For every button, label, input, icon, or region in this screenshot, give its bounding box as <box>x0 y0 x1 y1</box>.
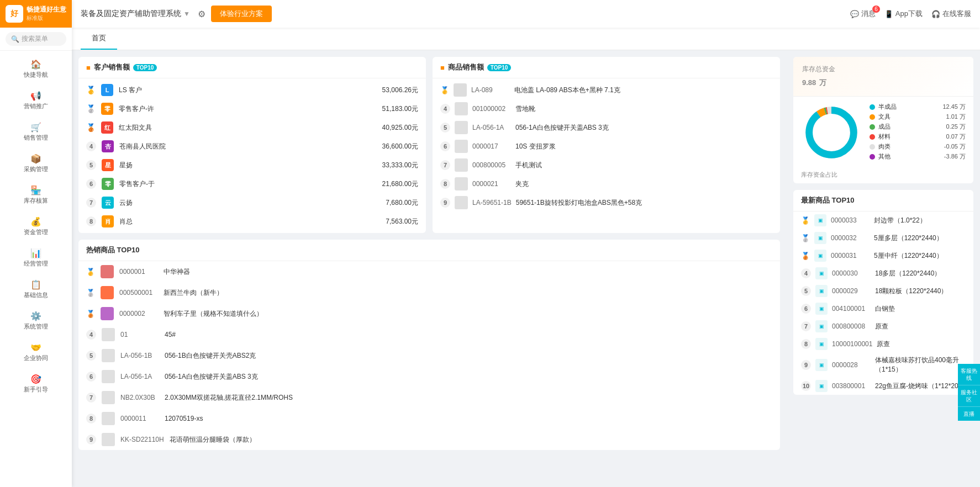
avatar: L <box>101 84 113 96</box>
rank-number: 6 <box>86 179 96 189</box>
customer-badge: TOP10 <box>133 64 157 71</box>
inventory-header: 库存总资金 9.88 万 <box>793 57 973 97</box>
product-name: 5厘中纤（1220*2440） <box>874 251 966 261</box>
home-icon: 🏠 <box>30 59 41 70</box>
rank-number: 7 <box>86 198 96 208</box>
legend-value: -0.05 万 <box>944 142 966 151</box>
hot-products-title: 热销商品 TOP10 <box>86 245 140 255</box>
rank-number: 8 <box>86 414 96 424</box>
rank-number: 6 <box>801 304 811 314</box>
legend-item: 半成品 12.45 万 <box>870 103 966 111</box>
customer-ranking-label: 客户销售额 <box>94 62 130 72</box>
product-code: 004100001 <box>832 305 871 313</box>
sidebar-item-inventory[interactable]: 🏪 库存核算 <box>3 179 69 210</box>
product-code: 0000033 <box>831 216 870 224</box>
table-row: 🥉 ▣ 0000031 5厘中纤（1220*2440） <box>793 247 973 264</box>
tab-home[interactable]: 首页 <box>81 28 117 50</box>
table-row: 4 01 45# <box>78 324 780 345</box>
legend-name: 材料 <box>878 133 943 141</box>
product-code: 0000002 <box>119 310 158 317</box>
product-code: LA-056-1B <box>120 352 159 359</box>
page-tabs: 首页 <box>72 28 980 50</box>
product-name: 2.0X30MM双搓花轴,搓花直径2.1MM/ROHS <box>165 393 772 403</box>
legend-item: 材料 0.07 万 <box>870 133 966 141</box>
search-menu-btn[interactable]: 🔍 搜索菜单 <box>6 32 66 46</box>
product-code: 0000017 <box>472 142 511 150</box>
sidebar-item-home[interactable]: 🏠 快捷导航 <box>3 54 69 84</box>
legend-value: 1.01 万 <box>946 113 966 121</box>
legend-value: -3.86 万 <box>944 152 966 161</box>
sidebar-item-collab[interactable]: 🤝 企业协同 <box>3 337 69 368</box>
product-code: 0000021 <box>472 180 511 188</box>
customer-name: 红太阳文具 <box>119 123 377 133</box>
basic-icon: 📋 <box>30 279 41 290</box>
table-row: 7 000800005 手机测试 <box>433 156 780 174</box>
product-image: ▣ <box>815 380 828 392</box>
table-row: 🥉 红 红太阳文具 40,925.00元 <box>78 118 426 137</box>
product-name: 体械嘉枝味苏打饮品400毫升（1*15） <box>875 356 966 374</box>
sidebar-home-label: 快捷导航 <box>24 71 48 79</box>
new-products-title: 最新商品 TOP10 <box>801 195 855 205</box>
rank-number: 4 <box>801 268 811 278</box>
sidebar-item-sales[interactable]: 🛒 销售管理 <box>3 117 69 147</box>
table-row: 🥈 000500001 新西兰牛肉（新牛） <box>78 282 780 303</box>
sidebar-item-operations[interactable]: 📊 经营管理 <box>3 242 69 273</box>
product-code: 0000031 <box>831 252 870 260</box>
product-image <box>102 328 115 341</box>
sidebar-search-area[interactable]: 🔍 搜索菜单 <box>0 28 72 51</box>
rank-number: 8 <box>440 179 450 189</box>
sidebar-guide-label: 新手引导 <box>24 385 48 394</box>
customer-service-btn[interactable]: 客服热线 <box>958 364 980 385</box>
silver-medal-icon: 🥈 <box>86 104 96 113</box>
customer-amount: 51,183.00元 <box>382 104 418 114</box>
product-code: 10000100001 <box>832 340 872 348</box>
gear-icon[interactable]: ⚙ <box>198 9 206 19</box>
legend-dot <box>870 144 875 150</box>
customer-amount: 53,006.26元 <box>382 86 418 95</box>
product-name: 056-1A白色按键开关盖ABS 3克 <box>165 372 772 382</box>
live-btn[interactable]: 直播 <box>958 407 980 421</box>
service-community-btn[interactable]: 服务社区 <box>958 385 980 407</box>
sidebar-nav: 🏠 快捷导航 📢 营销推广 🛒 销售管理 📦 采购管理 🏪 库存核算 💰 资金管… <box>0 51 72 487</box>
product-image <box>102 412 115 425</box>
table-row: 8 0000021 夹克 <box>433 174 780 193</box>
sidebar-item-guide[interactable]: 🎯 新手引导 <box>3 368 69 399</box>
search-icon: 🔍 <box>11 35 19 43</box>
message-btn[interactable]: 💬 消息 6 <box>850 9 876 19</box>
legend-name: 半成品 <box>878 103 939 111</box>
online-service-btn[interactable]: 🎧 在线客服 <box>931 9 971 19</box>
legend-value: 12.45 万 <box>942 103 966 111</box>
system-icon: ⚙️ <box>30 311 41 321</box>
product-name: 12070519-xs <box>165 415 772 422</box>
guide-icon: 🎯 <box>30 374 41 384</box>
inventory-total-label: 库存总资金 <box>802 65 965 74</box>
inventory-total-amount: 9.88 万 <box>802 74 965 88</box>
inventory-card: 库存总资金 9.88 万 <box>793 57 973 183</box>
sidebar-item-system[interactable]: ⚙️ 系统管理 <box>3 305 69 336</box>
gold-medal-icon: 🥇 <box>86 268 95 276</box>
customer-name: LS 客户 <box>119 86 377 95</box>
main-area: 装备及固定资产辅助管理系统 ▼ ⚙ 体验行业方案 💬 消息 6 📱 App下载 … <box>72 0 980 487</box>
legend-list: 半成品 12.45 万 文具 1.01 万 成品 0.25 万 <box>870 103 966 162</box>
sidebar-item-finance[interactable]: 💰 资金管理 <box>3 211 69 242</box>
hot-products-header: 热销商品 TOP10 <box>78 240 780 261</box>
app-download-btn[interactable]: 📱 App下载 <box>884 9 923 19</box>
sidebar-purchase-label: 采购管理 <box>24 165 48 173</box>
product-image <box>101 265 114 278</box>
product-name: 智利车子里（规格不知道填什么） <box>164 309 772 319</box>
trial-button[interactable]: 体验行业方案 <box>211 6 272 22</box>
float-buttons: 客服热线 服务社区 直播 <box>958 364 980 421</box>
product-image: ▣ <box>815 267 828 279</box>
product-code: NB2.0X30B <box>120 394 159 401</box>
new-products-list: 🥇 ▣ 0000033 封边带（1.0*22） 🥈 ▣ 0000032 5厘多层… <box>793 211 973 395</box>
product-code: 0000030 <box>832 269 871 277</box>
sidebar-item-basic[interactable]: 📋 基础信息 <box>3 274 69 305</box>
table-row: 🥇 LA-089 电池盖 LA-089 ABS本色+黑种 7.1克 <box>433 81 780 99</box>
legend-dot <box>870 104 875 110</box>
rank-number: 9 <box>801 360 811 370</box>
sidebar-item-marketing[interactable]: 📢 营销推广 <box>3 85 69 116</box>
table-row: 7 ▣ 000800008 原查 <box>793 317 973 335</box>
rank-number: 7 <box>801 321 811 331</box>
sidebar-item-purchase[interactable]: 📦 采购管理 <box>3 148 69 179</box>
product-name: 原查 <box>877 340 966 349</box>
